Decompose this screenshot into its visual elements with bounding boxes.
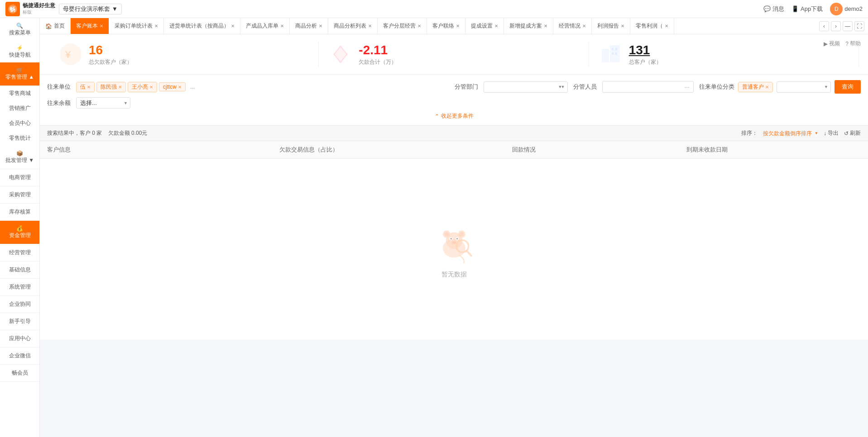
company-selector[interactable]: 母婴行业演示帐套 ▼ (59, 4, 122, 14)
video-label: 视频 (829, 40, 840, 48)
tab-customer-contact[interactable]: 客户联络 ✕ (427, 18, 465, 34)
export-button[interactable]: ↓ 导出 (824, 129, 839, 137)
sidebar-item-member-plus[interactable]: 畅会员 (0, 365, 39, 382)
tab-retail-profit[interactable]: 零售利润（ ✕ (630, 18, 674, 34)
tab-customer-contact-close[interactable]: ✕ (456, 24, 460, 28)
sidebar-item-finance[interactable]: 💰 资金管理 (0, 221, 39, 244)
unit-class-tags: 普通客户 ✕ (738, 82, 773, 92)
app-download-btn[interactable]: 📱 App下载 (791, 5, 823, 13)
tab-maximize[interactable]: ⛶ (854, 21, 864, 31)
tab-product-analysis-list[interactable]: 商品分析列表 ✕ (328, 18, 378, 34)
chevron-up-icon: ⌃ (435, 113, 439, 119)
tab-purchase-order-stats-close[interactable]: ✕ (154, 24, 158, 28)
tab-promotion-settings-close[interactable]: ✕ (494, 24, 498, 28)
unit-tag-wu[interactable]: 伍 ✕ (76, 82, 95, 92)
video-help-btn[interactable]: ▶ 视频 (824, 40, 840, 48)
tab-customer-segmentation-close[interactable]: ✕ (417, 24, 421, 28)
search-icon: 🔍 (16, 23, 23, 29)
stat-total-customers-text: 131 总客户（家） (629, 43, 662, 66)
tab-retail-profit-close[interactable]: ✕ (665, 24, 668, 28)
sidebar-item-inventory[interactable]: 库存核算 (0, 204, 39, 221)
person-input-field[interactable] (606, 84, 682, 90)
tab-customer-contact-label: 客户联络 (432, 22, 454, 30)
results-actions: 排序： 按欠款金额倒序排序 ↓ 导出 ↺ 刷新 (741, 129, 861, 137)
tab-production-entry-close[interactable]: ✕ (280, 24, 284, 28)
sort-selector[interactable]: 按欠款金额倒序排序 (763, 130, 818, 137)
dept-filter-input[interactable]: ▼ (484, 81, 568, 93)
sidebar-item-system[interactable]: 系统管理 (0, 279, 39, 296)
sort-selector-wrap[interactable]: 按欠款金额倒序排序 (763, 130, 818, 137)
sidebar-item-retail-stats[interactable]: 零售统计 (0, 131, 39, 146)
tab-scroll-left[interactable]: ‹ (819, 21, 829, 31)
sidebar-item-enterprise-wx[interactable]: 企业微信 (0, 347, 39, 365)
balance-selector-wrap[interactable]: 选择... (76, 97, 130, 109)
unit-tag-chen-label: 陈民强 (101, 83, 117, 91)
stat-debt-total-text: -2.11 欠款合计（万） (359, 43, 397, 66)
sidebar-inventory-label: 库存核算 (9, 209, 31, 215)
sidebar-item-marketing[interactable]: 营销推广 (0, 101, 39, 116)
tab-purchase-order-stats[interactable]: 采购订单统计表 ✕ (109, 18, 164, 34)
tab-scroll-right[interactable]: › (831, 21, 841, 31)
person-filter-more[interactable]: ··· (684, 83, 690, 90)
unit-tag-wu-close[interactable]: ✕ (87, 85, 91, 90)
tab-profit-report[interactable]: 利润报告 ✕ (592, 18, 630, 34)
tab-operations-status[interactable]: 经营情况 ✕ (553, 18, 592, 34)
sidebar-item-wholesale[interactable]: 📦 批发管理 ▼ (0, 146, 39, 169)
sidebar-item-retail-mgmt[interactable]: 🛒 零售管理 ▲ (0, 62, 39, 86)
help-btn[interactable]: ? 帮助 (845, 40, 861, 48)
sidebar-item-enterprise-coop[interactable]: 企业协同 (0, 296, 39, 313)
sidebar-item-basics[interactable]: 基础信息 (0, 261, 39, 279)
message-icon: 💬 (763, 5, 771, 12)
unit-class-selector-wrap[interactable] (777, 81, 831, 93)
sidebar-item-newbie[interactable]: 新手引导 (0, 313, 39, 330)
sidebar-item-ecommerce[interactable]: 电商管理 (0, 169, 39, 186)
unit-tag-cjttcw-close[interactable]: ✕ (178, 85, 182, 90)
sidebar-item-app-center[interactable]: 应用中心 (0, 330, 39, 347)
sidebar-item-purchase[interactable]: 采购管理 (0, 186, 39, 204)
tab-product-analysis-list-close[interactable]: ✕ (368, 24, 372, 28)
sidebar-item-operations[interactable]: 经营管理 (0, 244, 39, 261)
refresh-button[interactable]: ↺ 刷新 (844, 129, 861, 137)
user-area[interactable]: D demo2 (830, 3, 863, 15)
tab-production-entry[interactable]: 产成品入库单 ✕ (240, 18, 290, 34)
tab-customer-accounts-close[interactable]: ✕ (100, 24, 103, 28)
tab-minimize[interactable]: — (843, 21, 853, 31)
unit-tag-cjttcw[interactable]: cjttcw ✕ (159, 82, 186, 91)
tab-customer-segmentation[interactable]: 客户分层经营 ✕ (378, 18, 427, 34)
tab-profit-report-close[interactable]: ✕ (621, 24, 624, 28)
unit-tag-chen[interactable]: 陈民强 ✕ (96, 82, 126, 92)
tab-customer-accounts[interactable]: 客户账本 ✕ (71, 18, 109, 34)
message-btn[interactable]: 💬 消息 (763, 5, 784, 13)
balance-selector[interactable]: 选择... (76, 97, 130, 109)
dept-input-field[interactable] (488, 84, 564, 90)
tab-new-promotion-plan-close[interactable]: ✕ (544, 24, 547, 28)
sidebar-item-quicknav[interactable]: ⚡ 快捷导航 (0, 41, 39, 62)
person-filter-input[interactable]: ··· (602, 81, 694, 93)
stat-debt-customers-value: 16 (89, 43, 132, 57)
tab-operations-status-label: 经营情况 (559, 22, 580, 30)
unit-class-tag-normal-close[interactable]: ✕ (765, 85, 769, 90)
tab-new-promotion-plan[interactable]: 新增提成方案 ✕ (504, 18, 553, 34)
unit-tag-chen-close[interactable]: ✕ (118, 85, 122, 90)
unit-tag-more[interactable]: ... (187, 83, 197, 91)
tab-production-entry-label: 产成品入库单 (246, 22, 278, 30)
stat-total-customers-value[interactable]: 131 (629, 43, 662, 57)
search-button[interactable]: 查询 (834, 80, 861, 94)
unit-tag-wang[interactable]: 王小亮 ✕ (128, 82, 157, 92)
tab-product-analysis[interactable]: 商品分析 ✕ (290, 18, 328, 34)
tab-incoming-stats[interactable]: 进货单统计表（按商品） ✕ (164, 18, 240, 34)
tab-promotion-settings[interactable]: 提成设置 ✕ (465, 18, 504, 34)
collapse-button[interactable]: ⌃ 收起更多条件 (47, 112, 861, 120)
tab-incoming-stats-close[interactable]: ✕ (231, 24, 235, 28)
unit-class-selector[interactable] (777, 81, 831, 93)
filter-row-1: 往来单位 伍 ✕ 陈民强 ✕ 王小亮 ✕ (47, 80, 861, 94)
tab-home[interactable]: 🏠 首页 (40, 18, 71, 34)
tab-incoming-stats-label: 进货单统计表（按商品） (169, 22, 229, 30)
sidebar-item-retail-mall[interactable]: 零售商城 (0, 86, 39, 101)
unit-class-tag-normal[interactable]: 普通客户 ✕ (738, 82, 773, 92)
sidebar-item-search[interactable]: 🔍 搜索菜单 (0, 18, 39, 41)
tab-product-analysis-close[interactable]: ✕ (319, 24, 322, 28)
tab-operations-status-close[interactable]: ✕ (582, 24, 586, 28)
sidebar-item-member[interactable]: 会员中心 (0, 116, 39, 131)
unit-tag-wang-close[interactable]: ✕ (149, 85, 153, 90)
